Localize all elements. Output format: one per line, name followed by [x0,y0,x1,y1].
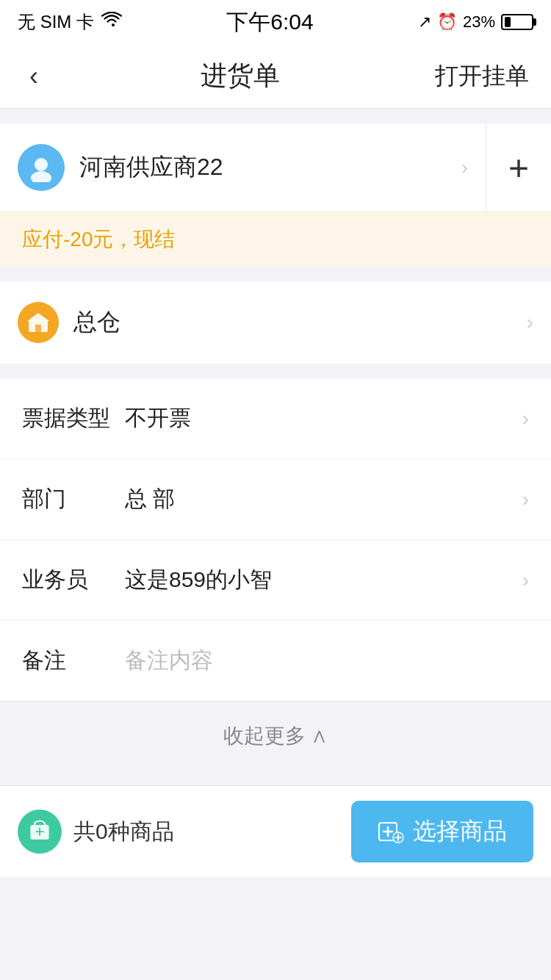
ticket-type-value: 不开票 [118,403,515,433]
supplier-section: 河南供应商22 › + [0,123,551,212]
nav-bar: ‹ 进货单 打开挂单 [0,44,551,109]
salesperson-label: 业务员 [22,565,118,595]
back-button[interactable]: ‹ [22,54,46,99]
select-product-label: 选择商品 [413,815,507,848]
department-label: 部门 [22,484,118,514]
section-gap-2 [0,267,551,281]
salesperson-value: 这是859的小智 [118,565,515,595]
svg-marker-3 [27,313,49,321]
bottom-bar: 共0种商品 选择商品 [0,785,551,877]
department-value: 总 部 [118,484,515,514]
collapse-label: 收起更多 ∧ [223,722,328,750]
ticket-type-label: 票据类型 [22,403,118,433]
warehouse-name: 总仓 [73,306,505,339]
product-count-label: 共0种商品 [73,817,351,847]
status-left: 无 SIM 卡 [18,10,122,34]
warehouse-section[interactable]: 总仓 › [0,281,551,364]
alarm-icon: ⏰ [437,12,457,32]
supplier-name: 河南供应商22 [79,151,439,184]
section-gap-1 [0,109,551,123]
status-time: 下午6:04 [226,7,313,37]
supplier-avatar [18,144,65,191]
department-row[interactable]: 部门 总 部 › [0,459,551,540]
body-background [0,877,551,980]
supplier-row[interactable]: 河南供应商22 › [0,123,486,212]
collapse-row[interactable]: 收起更多 ∧ [0,701,551,771]
product-icon [18,810,62,854]
battery-icon [501,14,533,30]
wifi-icon [101,12,122,32]
section-gap-4 [0,771,551,785]
carrier-label: 无 SIM 卡 [18,10,94,34]
select-product-button[interactable]: 选择商品 [351,801,533,862]
warehouse-icon [18,302,59,343]
page-title: 进货单 [201,58,280,94]
svg-point-0 [35,158,48,171]
warehouse-chevron-icon: › [527,311,533,334]
ticket-type-row[interactable]: 票据类型 不开票 › [0,378,551,459]
add-supplier-button[interactable]: + [486,123,551,212]
status-bar: 无 SIM 卡 下午6:04 ↗ ⏰ 23% [0,0,551,44]
ticket-chevron-icon: › [522,407,529,430]
status-right: ↗ ⏰ 23% [418,12,533,32]
remark-label: 备注 [22,646,118,676]
notice-bar: 应付-20元，现结 [0,212,551,267]
salesperson-chevron-icon: › [522,569,529,592]
location-icon: ↗ [418,12,431,32]
supplier-chevron-icon: › [461,156,468,179]
section-gap-3 [0,364,551,378]
battery-pct: 23% [463,12,495,32]
remark-row[interactable]: 备注 备注内容 [0,621,551,701]
notice-text: 应付-20元，现结 [22,228,175,251]
form-section: 票据类型 不开票 › 部门 总 部 › 业务员 这是859的小智 › 备注 备注… [0,378,551,701]
salesperson-row[interactable]: 业务员 这是859的小智 › [0,540,551,621]
svg-rect-4 [35,325,41,332]
open-pending-button[interactable]: 打开挂单 [435,60,529,93]
svg-point-1 [31,171,51,182]
department-chevron-icon: › [522,488,529,511]
remark-input[interactable]: 备注内容 [118,646,529,676]
